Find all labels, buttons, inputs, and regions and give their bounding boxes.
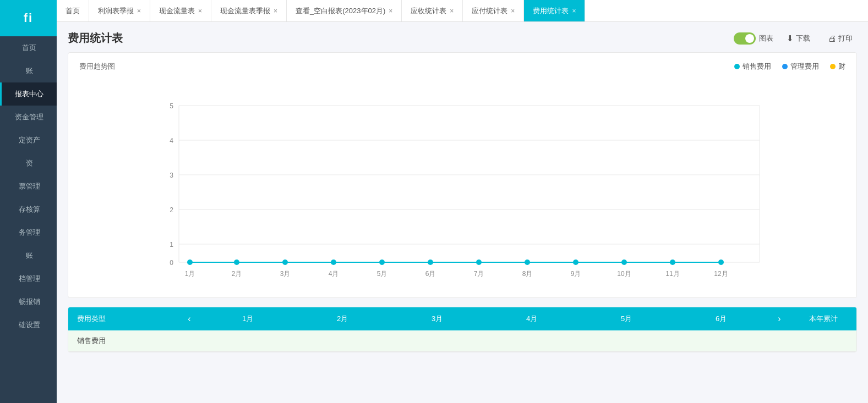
tab-cashflow-quarterly-close[interactable]: × <box>274 7 277 15</box>
sidebar-item-investment[interactable]: 资 <box>0 152 57 175</box>
svg-point-14 <box>187 260 193 265</box>
tab-cashflow-close[interactable]: × <box>198 7 202 15</box>
th-month-2: 2月 <box>295 307 390 330</box>
sidebar-item-report-center[interactable]: 报表中心 <box>0 82 57 106</box>
chart-container: 费用趋势图 销售费用 管理费用 财 <box>68 52 857 298</box>
tab-cashflow[interactable]: 现金流量表 × <box>150 0 211 22</box>
sidebar-item-file-mgmt[interactable]: 档管理 <box>0 267 57 290</box>
th-month-1: 1月 <box>200 307 295 330</box>
sidebar-item-account[interactable]: 账 <box>0 59 57 82</box>
legend-admin-expense: 管理费用 <box>782 62 819 71</box>
svg-point-16 <box>282 260 288 265</box>
tab-cashflow-quarterly-label: 现金流量表季报 <box>220 6 270 16</box>
tab-blank-report[interactable]: 查看_空白报表(2023年02月) × <box>287 0 402 22</box>
legend-dot-finance <box>830 64 836 69</box>
svg-text:11月: 11月 <box>665 270 679 278</box>
tab-profit-quarterly-label: 利润表季报 <box>98 6 134 16</box>
tab-profit-quarterly[interactable]: 利润表季报 × <box>89 0 150 22</box>
svg-point-15 <box>234 260 239 265</box>
chart-toggle[interactable] <box>734 32 756 45</box>
svg-text:2: 2 <box>170 206 173 214</box>
tab-blank-report-label: 查看_空白报表(2023年02月) <box>296 6 385 16</box>
svg-point-24 <box>670 260 675 265</box>
main-content: 首页 利润表季报 × 现金流量表 × 现金流量表季报 × 查看_空白报表(202… <box>57 0 868 403</box>
sidebar-scroll: 首页 账 报表中心 资金管理 定资产 资 票管理 存核算 务管理 账 档管理 畅… <box>0 36 57 403</box>
td-m2 <box>295 330 390 351</box>
td-m1 <box>200 330 295 351</box>
svg-point-18 <box>379 260 385 265</box>
tab-expense-stats-close[interactable]: × <box>572 7 576 15</box>
th-month-4: 4月 <box>484 307 579 330</box>
sidebar-item-home[interactable]: 首页 <box>0 36 57 59</box>
table-header-row: 费用类型 ‹ 1月 2月 3月 4月 5月 6月 › 本年累计 <box>68 307 856 330</box>
tab-cashflow-label: 现金流量表 <box>159 6 195 16</box>
th-nav-next[interactable]: › <box>768 307 790 330</box>
svg-point-21 <box>525 260 530 265</box>
th-month-3: 3月 <box>390 307 484 330</box>
svg-point-23 <box>621 260 627 265</box>
print-button[interactable]: 🖨 打印 <box>823 31 857 46</box>
th-month-5: 5月 <box>579 307 674 330</box>
td-m3 <box>390 330 484 351</box>
data-table-wrap: 费用类型 ‹ 1月 2月 3月 4月 5月 6月 › 本年累计 销售费用 <box>68 307 857 352</box>
chart-legend: 销售费用 管理费用 财 <box>734 62 845 71</box>
print-icon: 🖨 <box>828 34 836 43</box>
tab-receivable-stats-close[interactable]: × <box>450 7 454 15</box>
sidebar-item-basic-settings[interactable]: 础设置 <box>0 313 57 336</box>
chart-title-row: 费用趋势图 销售费用 管理费用 财 <box>79 62 845 71</box>
svg-point-25 <box>718 260 724 265</box>
svg-text:12月: 12月 <box>714 270 728 278</box>
tab-home[interactable]: 首页 <box>57 0 89 22</box>
download-icon: ⬇ <box>787 34 794 43</box>
page-header: 费用统计表 图表 ⬇ 下载 🖨 打印 <box>68 31 857 46</box>
svg-text:8月: 8月 <box>522 270 533 278</box>
svg-text:9月: 9月 <box>571 270 581 278</box>
tab-payable-stats-close[interactable]: × <box>511 7 515 15</box>
chart-title: 费用趋势图 <box>79 62 115 71</box>
svg-point-19 <box>428 260 433 265</box>
svg-text:1: 1 <box>170 241 173 249</box>
legend-dot-admin <box>782 64 788 69</box>
svg-text:1月: 1月 <box>185 270 195 278</box>
svg-text:5: 5 <box>170 102 173 110</box>
td-ytd <box>790 330 856 351</box>
sidebar-item-inventory[interactable]: 存核算 <box>0 198 57 221</box>
td-nav-space <box>178 330 200 351</box>
svg-text:3: 3 <box>170 172 173 179</box>
download-button[interactable]: ⬇ 下载 <box>782 31 815 46</box>
sidebar-item-ticket-mgmt[interactable]: 票管理 <box>0 175 57 198</box>
th-nav-prev[interactable]: ‹ <box>178 307 200 330</box>
td-m4 <box>484 330 579 351</box>
svg-text:5月: 5月 <box>377 270 387 278</box>
tab-receivable-stats[interactable]: 应收统计表 × <box>402 0 463 22</box>
tab-cashflow-quarterly[interactable]: 现金流量表季报 × <box>211 0 287 22</box>
tab-receivable-stats-label: 应收统计表 <box>411 6 446 16</box>
legend-finance-expense: 财 <box>830 62 845 71</box>
tab-profit-quarterly-close[interactable]: × <box>137 7 141 15</box>
tab-blank-report-close[interactable]: × <box>389 7 392 15</box>
sidebar-item-ledger[interactable]: 账 <box>0 244 57 267</box>
legend-label-sales: 销售费用 <box>743 62 771 71</box>
tab-payable-stats-label: 应付统计表 <box>472 6 507 16</box>
legend-dot-sales <box>734 64 740 69</box>
svg-point-17 <box>331 260 336 265</box>
chart-svg-wrap: 5 4 3 2 1 0 <box>79 78 845 289</box>
tab-payable-stats[interactable]: 应付统计表 × <box>463 0 524 22</box>
legend-sales-expense: 销售费用 <box>734 62 771 71</box>
sidebar-item-fund-mgmt[interactable]: 资金管理 <box>0 106 57 129</box>
tab-bar: 首页 利润表季报 × 现金流量表 × 现金流量表季报 × 查看_空白报表(202… <box>57 0 868 22</box>
sidebar: fi 首页 账 报表中心 资金管理 定资产 资 票管理 存核算 务管理 账 档管… <box>0 0 57 403</box>
td-m6 <box>674 330 768 351</box>
app-logo: fi <box>0 0 57 36</box>
td-nav-space2 <box>768 330 790 351</box>
trend-chart: 5 4 3 2 1 0 <box>79 78 845 287</box>
table-row: 销售费用 <box>68 330 856 352</box>
sidebar-item-fixed-assets[interactable]: 定资产 <box>0 129 57 152</box>
tab-expense-stats[interactable]: 费用统计表 × <box>524 0 585 22</box>
sidebar-item-returns[interactable]: 畅报销 <box>0 290 57 313</box>
svg-text:3月: 3月 <box>280 270 291 278</box>
sidebar-item-service-mgmt[interactable]: 务管理 <box>0 221 57 244</box>
page-title: 费用统计表 <box>68 31 123 46</box>
chart-toggle-label: 图表 <box>759 34 773 43</box>
tab-expense-stats-label: 费用统计表 <box>533 6 569 16</box>
